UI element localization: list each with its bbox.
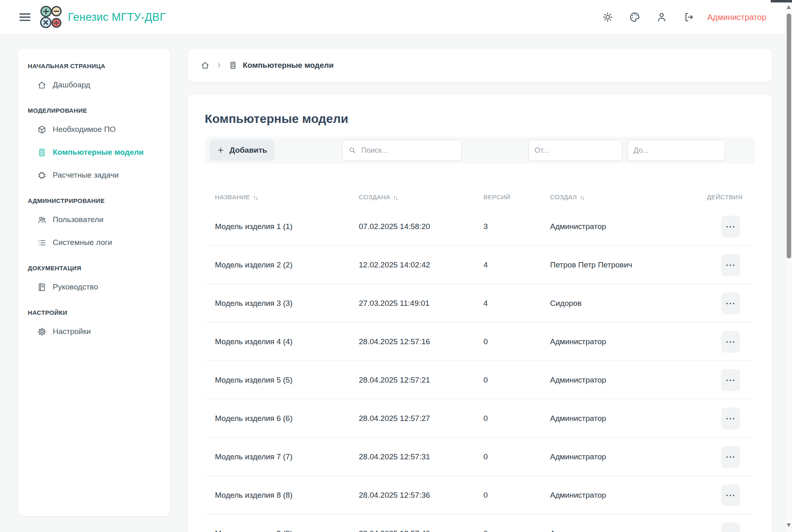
sidebar-section-label: МОДЕЛИРОВАНИЕ xyxy=(18,96,170,118)
scrollbar-thumb[interactable] xyxy=(787,13,791,258)
breadcrumb-current: Компьютерные модели xyxy=(243,61,333,70)
cpu-icon xyxy=(37,171,47,180)
scrollbar[interactable] xyxy=(785,0,792,532)
row-actions-button[interactable]: ··· xyxy=(721,254,740,276)
sidebar-item-users[interactable]: Пользователи xyxy=(18,208,170,231)
sort-arrows-icon[interactable]: ↑↓ xyxy=(253,194,257,201)
table-row: Модель изделия 9 (9)28.04.2025 12:57:400… xyxy=(205,514,755,532)
app-root: Генезис МГТУ-ДВГ Администратор НАЧАЛЬНАЯ… xyxy=(0,0,792,532)
table-row: Модель изделия 4 (4)28.04.2025 12:57:160… xyxy=(205,323,755,361)
versions-cell: 0 xyxy=(483,452,550,461)
versions-cell: 0 xyxy=(483,337,550,346)
creator-cell: Администратор xyxy=(550,414,700,423)
sidebar-item-computer-models[interactable]: Компьютерные модели xyxy=(18,141,170,164)
creator-cell: Администратор xyxy=(550,222,700,231)
page-title: Компьютерные модели xyxy=(205,111,755,126)
table-row: Модель изделия 6 (6)28.04.2025 12:57:270… xyxy=(205,399,755,438)
creator-cell: Администратор xyxy=(550,376,700,385)
date-from-field xyxy=(528,140,622,161)
row-actions-button[interactable]: ··· xyxy=(721,369,740,391)
created-cell: 27.03.2025 11:49:01 xyxy=(359,299,483,308)
sidebar-item-dashboard[interactable]: Дашбоард xyxy=(18,73,170,96)
header-actions: Администратор xyxy=(602,11,766,23)
home-icon[interactable] xyxy=(201,61,210,70)
column-header-label: СОЗДАНА xyxy=(359,194,390,201)
model-name-cell: Модель изделия 4 (4) xyxy=(205,337,359,346)
row-actions-button[interactable]: ··· xyxy=(721,407,740,430)
date-to-input[interactable] xyxy=(628,140,725,160)
sidebar-item-label: Компьютерные модели xyxy=(53,148,143,157)
row-actions-button[interactable]: ··· xyxy=(721,331,740,353)
sidebar-item-manual[interactable]: Руководство xyxy=(18,276,170,298)
calculator-icon xyxy=(228,61,237,70)
sidebar-item-required-software[interactable]: Необходимое ПО xyxy=(18,118,170,141)
palette-icon[interactable] xyxy=(629,11,640,23)
created-cell: 07.02.2025 14:58:20 xyxy=(359,222,483,231)
breadcrumb: Компьютерные модели xyxy=(187,48,772,82)
table-row: Модель изделия 7 (7)28.04.2025 12:57:310… xyxy=(205,438,755,476)
math-operators-logo xyxy=(39,5,63,29)
versions-cell: 0 xyxy=(483,376,550,385)
column-header-label: ВЕРСИЙ xyxy=(483,194,510,201)
column-header-label: СОЗДАЛ xyxy=(550,194,577,201)
users-icon xyxy=(37,215,47,225)
app-title: Генезис МГТУ-ДВГ xyxy=(68,11,166,24)
table-row: Модель изделия 1 (1)07.02.2025 14:58:203… xyxy=(205,207,755,246)
sidebar-item-calc-tasks[interactable]: Расчетные задачи xyxy=(18,164,170,187)
created-cell: 28.04.2025 12:57:31 xyxy=(359,452,483,461)
scrollbar-down-arrow[interactable] xyxy=(787,523,791,527)
row-actions-button[interactable]: ··· xyxy=(721,484,740,506)
user-role-label[interactable]: Администратор xyxy=(707,13,766,22)
row-actions-button[interactable]: ··· xyxy=(721,292,740,314)
actions-cell: ··· xyxy=(700,254,755,276)
sidebar-item-system-logs[interactable]: Системные логи xyxy=(18,231,170,254)
menu-icon[interactable] xyxy=(18,10,32,24)
model-name-cell: Модель изделия 6 (6) xyxy=(205,414,359,423)
top-header: Генезис МГТУ-ДВГ Администратор xyxy=(0,0,792,34)
date-from-input[interactable] xyxy=(529,140,622,160)
add-button-label: Добавить xyxy=(229,146,267,155)
chevron-right-icon xyxy=(215,61,223,69)
logout-icon[interactable] xyxy=(683,11,694,23)
sidebar-item-label: Расчетные задачи xyxy=(53,171,119,180)
actions-cell: ··· xyxy=(700,523,755,532)
sidebar-item-settings[interactable]: Настройки xyxy=(18,320,170,343)
table-row: Модель изделия 8 (8)28.04.2025 12:57:360… xyxy=(205,476,755,514)
row-actions-button[interactable]: ··· xyxy=(721,523,740,532)
sidebar: НАЧАЛЬНАЯ СТРАНИЦАДашбоардМОДЕЛИРОВАНИЕН… xyxy=(18,48,171,516)
search-icon xyxy=(348,146,356,154)
row-actions-button[interactable]: ··· xyxy=(721,216,740,238)
gear-icon xyxy=(37,327,47,336)
sidebar-item-label: Настройки xyxy=(53,327,91,336)
versions-cell: 4 xyxy=(483,299,550,308)
sort-arrows-icon[interactable]: ↑↓ xyxy=(393,194,398,201)
search-field xyxy=(342,140,462,161)
model-name-cell: Модель изделия 1 (1) xyxy=(205,222,359,231)
actions-cell: ··· xyxy=(700,369,755,391)
column-header-label: ДЕЙСТВИЯ xyxy=(707,194,743,201)
row-actions-button[interactable]: ··· xyxy=(721,446,740,468)
user-icon[interactable] xyxy=(656,11,667,23)
column-header-creator[interactable]: СОЗДАЛ↑↓ xyxy=(550,194,700,201)
model-name-cell: Модель изделия 2 (2) xyxy=(205,260,359,269)
column-header-name[interactable]: НАЗВАНИЕ↑↓ xyxy=(205,194,359,201)
versions-cell: 0 xyxy=(483,529,550,532)
versions-cell: 0 xyxy=(483,491,550,500)
column-header-created[interactable]: СОЗДАНА↑↓ xyxy=(359,194,483,201)
search-input[interactable] xyxy=(342,140,461,160)
sun-icon[interactable] xyxy=(602,11,613,23)
actions-cell: ··· xyxy=(700,446,755,468)
book-icon xyxy=(37,283,47,292)
created-cell: 28.04.2025 12:57:27 xyxy=(359,414,483,423)
add-button[interactable]: Добавить xyxy=(210,140,274,161)
sidebar-section-label: НАСТРОЙКИ xyxy=(18,298,170,320)
sidebar-section-label: ДОКУМЕНТАЦИЯ xyxy=(18,254,170,276)
table-row: Модель изделия 2 (2)12.02.2025 14:02:424… xyxy=(205,246,755,284)
sort-arrows-icon[interactable]: ↑↓ xyxy=(579,194,584,201)
actions-cell: ··· xyxy=(700,331,755,353)
creator-cell: Администратор xyxy=(550,491,700,500)
actions-cell: ··· xyxy=(700,216,755,238)
scrollbar-up-arrow[interactable] xyxy=(787,5,791,9)
content-card: Компьютерные модели Добавить НАЗВАНИЕ↑↓С… xyxy=(187,94,772,532)
list-icon xyxy=(37,238,47,247)
